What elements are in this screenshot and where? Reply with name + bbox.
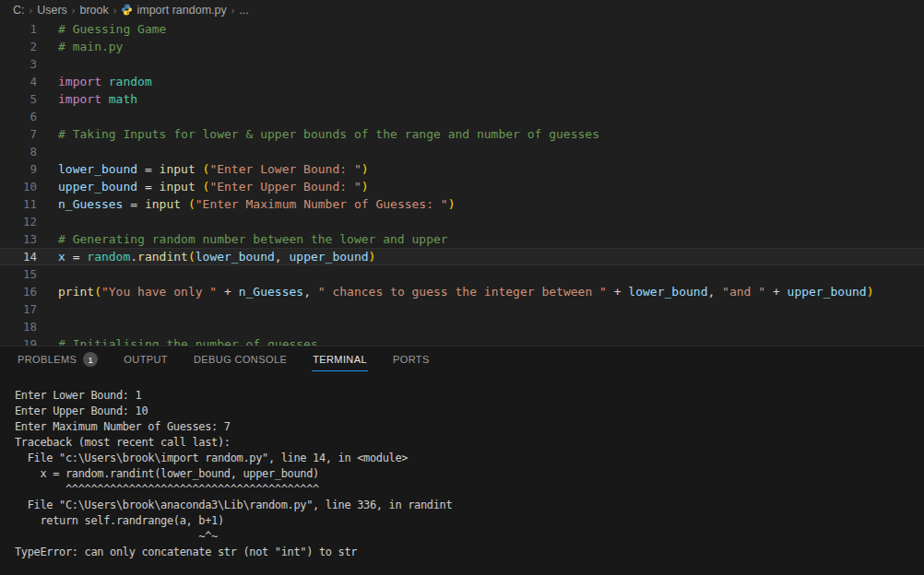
- line-number: 3: [0, 55, 37, 73]
- terminal-line: ~^~: [15, 529, 924, 545]
- code-line[interactable]: 14x = random.randint(lower_bound, upper_…: [0, 248, 924, 265]
- line-number: 16: [0, 283, 37, 300]
- chevron-right-icon: ›: [72, 5, 76, 16]
- tab-ports-label: PORTS: [393, 354, 430, 365]
- chevron-right-icon: ›: [231, 5, 235, 16]
- code-text: x = random.randint(lower_bound, upper_bo…: [58, 248, 375, 265]
- line-number: 15: [0, 265, 37, 283]
- line-number: 7: [0, 125, 37, 143]
- bottom-panel: PROBLEMS 1 OUTPUT DEBUG CONSOLE TERMINAL…: [0, 346, 924, 575]
- code-line[interactable]: 13# Generating random number between the…: [0, 230, 924, 248]
- python-icon: [121, 4, 133, 16]
- line-number: 11: [0, 195, 37, 213]
- breadcrumb-item-drive[interactable]: C:: [13, 4, 25, 17]
- code-line[interactable]: 16print("You have only " + n_Guesses, " …: [0, 283, 924, 300]
- code-text: # Taking Inputs for lower & upper bounds…: [58, 125, 599, 143]
- terminal-line: return self.randrange(a, b+1): [15, 513, 924, 529]
- line-number: 9: [0, 160, 37, 178]
- tab-terminal-label: TERMINAL: [313, 354, 367, 365]
- tab-problems[interactable]: PROBLEMS 1: [17, 347, 99, 373]
- code-text: import random: [58, 73, 152, 90]
- terminal-lines-container: Enter Lower Bound: 1Enter Upper Bound: 1…: [15, 388, 924, 560]
- panel-tab-bar: PROBLEMS 1 OUTPUT DEBUG CONSOLE TERMINAL…: [0, 346, 924, 374]
- terminal-line: Enter Upper Bound: 10: [15, 404, 924, 419]
- code-editor[interactable]: 1# Guessing Game2# main.py34import rando…: [0, 20, 924, 346]
- code-line[interactable]: 7# Taking Inputs for lower & upper bound…: [0, 125, 924, 143]
- code-line[interactable]: 3: [0, 55, 924, 73]
- code-line[interactable]: 4import random: [0, 73, 924, 90]
- terminal-prompt-line[interactable]: PS C:\Users\brook>: [15, 560, 924, 575]
- tab-output[interactable]: OUTPUT: [123, 349, 169, 371]
- code-line[interactable]: 15: [0, 265, 924, 283]
- breadcrumb-item-users[interactable]: Users: [37, 4, 67, 17]
- breadcrumb-file-label: import random.py: [136, 4, 226, 17]
- line-number: 10: [0, 178, 37, 195]
- terminal-line: TypeError: can only concatenate str (not…: [15, 545, 924, 560]
- code-line[interactable]: 11n_Guesses = input ("Enter Maximum Numb…: [0, 195, 924, 213]
- terminal-line: x = random.randint(lower_bound, upper_bo…: [15, 466, 924, 482]
- code-line[interactable]: 17: [0, 300, 924, 318]
- code-text: n_Guesses = input ("Enter Maximum Number…: [58, 195, 456, 213]
- breadcrumb-item-symbol-picker[interactable]: ...: [239, 4, 248, 17]
- line-number: 13: [0, 230, 37, 248]
- line-number: 18: [0, 318, 37, 335]
- line-number: 8: [0, 143, 37, 160]
- code-line[interactable]: 18: [0, 318, 924, 335]
- tab-ports[interactable]: PORTS: [392, 349, 431, 371]
- code-text: # Generating random number between the l…: [58, 230, 448, 248]
- code-text: print("You have only " + n_Guesses, " ch…: [58, 283, 873, 300]
- chevron-right-icon: ›: [113, 5, 117, 16]
- terminal-line: Enter Maximum Number of Guesses: 7: [15, 419, 924, 435]
- line-number: 5: [0, 90, 37, 108]
- line-number: 19: [0, 335, 37, 346]
- terminal-line: File "C:\Users\brook\anaconda3\Lib\rando…: [15, 498, 924, 513]
- code-text: # Guessing Game: [58, 20, 166, 38]
- code-line[interactable]: 5import math: [0, 90, 924, 108]
- chevron-right-icon: ›: [30, 5, 33, 16]
- line-number: 17: [0, 300, 37, 318]
- code-text: import math: [58, 90, 137, 108]
- terminal-output[interactable]: Enter Lower Bound: 1Enter Upper Bound: 1…: [0, 374, 924, 575]
- tab-terminal[interactable]: TERMINAL: [312, 349, 368, 371]
- line-number: 2: [0, 38, 37, 55]
- code-text: # Initialising the number of guesses: [58, 335, 318, 346]
- terminal-line: File "c:\Users\brook\import random.py", …: [15, 451, 924, 466]
- code-lines-container: 1# Guessing Game2# main.py34import rando…: [0, 20, 924, 346]
- terminal-line: Enter Lower Bound: 1: [15, 388, 924, 404]
- vscode-window: C: › Users › brook › import random.py › …: [0, 0, 924, 575]
- terminal-line: Traceback (most recent call last):: [15, 435, 924, 451]
- code-text: # main.py: [58, 38, 123, 55]
- code-line[interactable]: 12: [0, 213, 924, 230]
- code-line[interactable]: 19# Initialising the number of guesses: [0, 335, 924, 346]
- line-number: 1: [0, 20, 37, 38]
- code-line[interactable]: 8: [0, 143, 924, 160]
- problems-count-badge: 1: [83, 352, 98, 367]
- breadcrumb-item-file[interactable]: import random.py: [121, 4, 226, 17]
- terminal-line: ^^^^^^^^^^^^^^^^^^^^^^^^^^^^^^^^^^^^^^^^: [15, 482, 924, 498]
- code-line[interactable]: 6: [0, 108, 924, 125]
- code-line[interactable]: 10upper_bound = input ("Enter Upper Boun…: [0, 178, 924, 195]
- code-line[interactable]: 9lower_bound = input ("Enter Lower Bound…: [0, 160, 924, 178]
- line-number: 6: [0, 108, 37, 125]
- line-number: 12: [0, 213, 37, 230]
- code-line[interactable]: 1# Guessing Game: [0, 20, 924, 38]
- code-line[interactable]: 2# main.py: [0, 38, 924, 55]
- tab-problems-label: PROBLEMS: [18, 354, 77, 365]
- tab-debug-console[interactable]: DEBUG CONSOLE: [193, 349, 288, 371]
- tab-output-label: OUTPUT: [124, 354, 168, 365]
- breadcrumb: C: › Users › brook › import random.py › …: [0, 0, 924, 20]
- tab-debug-console-label: DEBUG CONSOLE: [194, 354, 287, 365]
- code-text: upper_bound = input ("Enter Upper Bound:…: [58, 178, 369, 195]
- line-number: 4: [0, 73, 37, 90]
- breadcrumb-item-brook[interactable]: brook: [80, 4, 109, 17]
- line-number: 14: [0, 248, 37, 265]
- code-text: lower_bound = input ("Enter Lower Bound:…: [58, 160, 369, 178]
